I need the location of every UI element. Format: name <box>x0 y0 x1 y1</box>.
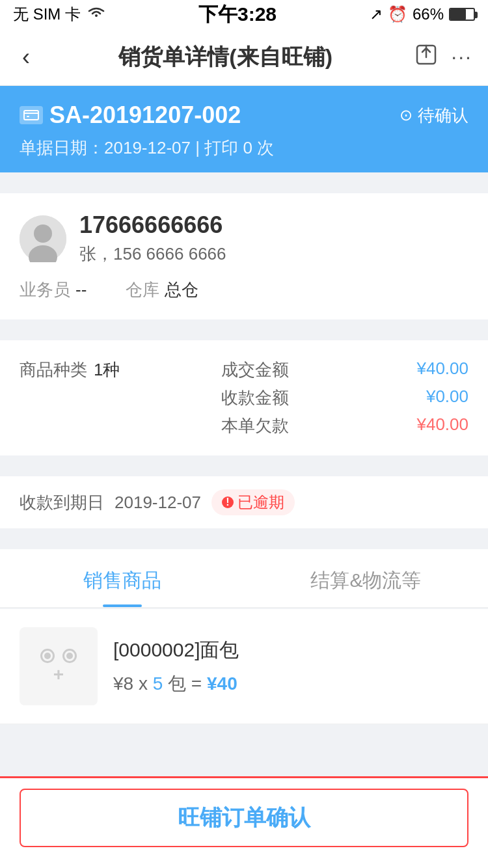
owl-plus-icon: + <box>53 666 64 684</box>
status-right: ↗ ⏰ 66% <box>370 5 475 23</box>
alarm-icon: ⏰ <box>388 5 407 23</box>
carrier-label: 无 SIM 卡 <box>13 4 81 25</box>
battery-percentage: 66% <box>413 5 444 23</box>
order-header: SA-20191207-002 ⊙ 待确认 单据日期：2019-12-07 | … <box>0 86 488 172</box>
warehouse-detail: 仓库 总仓 <box>126 278 198 301</box>
tab-settlement-logistics[interactable]: 结算&物流等 <box>244 549 488 607</box>
received-amount-row: 收款金额 ¥0.00 <box>221 387 468 409</box>
received-amount-value: ¥0.00 <box>426 387 468 409</box>
order-meta: 单据日期：2019-12-07 | 打印 0 次 <box>20 137 468 159</box>
clock-icon: ⊙ <box>400 106 413 124</box>
customer-card: 17666666666 张，156 6666 6666 业务员 -- 仓库 总仓 <box>0 193 488 319</box>
due-date-value: 2019-12-07 <box>115 493 201 513</box>
svg-rect-1 <box>24 111 38 120</box>
product-name: [0000002]面包 <box>113 637 468 664</box>
salesperson-detail: 业务员 -- <box>20 278 87 301</box>
share-icon[interactable] <box>414 43 438 71</box>
location-icon: ↗ <box>370 5 383 23</box>
tab-underline <box>103 604 142 607</box>
deal-amount-row: 成交金额 ¥40.00 <box>221 359 468 381</box>
status-bar: 无 SIM 卡 下午3:28 ↗ ⏰ 66% <box>0 0 488 29</box>
wifi-icon <box>87 5 105 23</box>
bottom-bar: 旺铺订单确认 <box>0 776 488 868</box>
order-icon <box>20 106 43 124</box>
tab-sales-products[interactable]: 销售商品 <box>0 549 244 607</box>
overdue-dot-icon: ! <box>222 496 234 508</box>
customer-details: 业务员 -- 仓库 总仓 <box>20 278 468 301</box>
customer-info: 17666666666 张，156 6666 6666 <box>79 211 468 265</box>
product-total: ¥40 <box>207 673 237 694</box>
order-id: SA-20191207-002 <box>20 102 241 129</box>
deal-amount-value: ¥40.00 <box>416 359 468 381</box>
summary-card: 商品种类 1种 成交金额 ¥40.00 收款金额 ¥0.00 本单欠款 ¥40.… <box>0 340 488 455</box>
product-calc: ¥8 x 5 包 = ¥40 <box>113 671 468 696</box>
customer-phone: 17666666666 <box>79 211 468 239</box>
due-date-row: 收款到期日 2019-12-07 ! 已逾期 <box>0 476 488 528</box>
summary-right: 成交金额 ¥40.00 收款金额 ¥0.00 本单欠款 ¥40.00 <box>202 359 468 437</box>
order-status: ⊙ 待确认 <box>400 104 468 127</box>
back-button[interactable]: ‹ <box>16 37 36 77</box>
svg-point-4 <box>34 224 52 243</box>
owed-amount-value: ¥40.00 <box>416 414 468 437</box>
due-date-label: 收款到期日 <box>20 491 104 514</box>
avatar <box>20 215 66 262</box>
nav-bar: ‹ 销货单详情(来自旺铺) ··· <box>0 29 488 86</box>
battery-icon <box>449 8 475 21</box>
summary-left: 商品种类 1种 <box>20 359 202 381</box>
product-list: + [0000002]面包 ¥8 x 5 包 = ¥40 <box>0 609 488 724</box>
table-row: + [0000002]面包 ¥8 x 5 包 = ¥40 <box>0 609 488 724</box>
more-icon[interactable]: ··· <box>451 45 472 69</box>
status-text: 待确认 <box>418 104 468 127</box>
svg-rect-2 <box>27 116 29 117</box>
product-thumbnail: + <box>20 627 98 705</box>
page-title: 销货单详情(来自旺铺) <box>118 42 332 72</box>
time-label: 下午3:28 <box>198 1 277 28</box>
overdue-badge: ! 已逾期 <box>211 489 295 515</box>
nav-actions: ··· <box>414 43 472 71</box>
owed-amount-row: 本单欠款 ¥40.00 <box>221 414 468 437</box>
product-info: [0000002]面包 ¥8 x 5 包 = ¥40 <box>113 637 468 696</box>
customer-name: 张，156 6666 6666 <box>79 243 468 265</box>
status-left: 无 SIM 卡 <box>13 4 105 25</box>
wangpu-confirm-button[interactable]: 旺铺订单确认 <box>20 789 468 847</box>
tabs-bar: 销售商品 结算&物流等 <box>0 549 488 608</box>
